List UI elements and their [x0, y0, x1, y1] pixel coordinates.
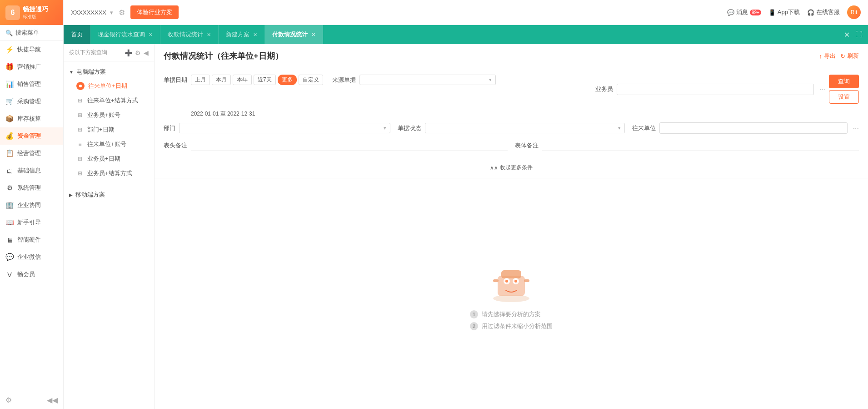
- tab-close-all-icon[interactable]: ✕: [844, 30, 850, 39]
- collapse-sidebar-icon[interactable]: ◀◀: [47, 396, 58, 404]
- wechat-icon: 💬: [5, 253, 14, 261]
- manage-scheme-icon[interactable]: ⚙: [135, 49, 141, 56]
- export-label: 导出: [824, 52, 836, 60]
- date-btn-7days[interactable]: 近7天: [254, 75, 276, 85]
- user-avatar[interactable]: Rit: [847, 5, 861, 19]
- svg-rect-7: [493, 279, 499, 282]
- trial-btn[interactable]: 体验行业方案: [130, 5, 179, 19]
- scheme-item-unit-account[interactable]: ≡ 往来单位+账号: [64, 137, 154, 151]
- hardware-icon: 🖥: [5, 236, 14, 244]
- date-range-display: 2022-01-01 至 2022-12-31: [164, 110, 859, 118]
- dept-select[interactable]: ▾: [179, 123, 390, 133]
- date-btn-last-month[interactable]: 上月: [191, 75, 210, 85]
- mobile-scheme-title[interactable]: ▶ 移动端方案: [64, 188, 154, 202]
- tab-home-label: 首页: [71, 30, 83, 39]
- scheme-item-staff-settle[interactable]: ⊞ 业务员+结算方式: [64, 166, 154, 181]
- date-btn-custom[interactable]: 自定义: [299, 75, 323, 85]
- sidebar-item-purchase[interactable]: 🛒 采购管理: [0, 93, 63, 110]
- topbar-company-info: XXXXXXXXX ▾: [71, 9, 113, 16]
- desktop-scheme-title[interactable]: ▼ 电脑端方案: [64, 65, 154, 79]
- scheme-item-unit-date[interactable]: 往来单位+日期: [64, 79, 154, 93]
- sidebar-item-marketing[interactable]: 🎁 营销推广: [0, 58, 63, 76]
- chevron-down-icon: ▼: [69, 70, 74, 75]
- header-note-label: 表头备注: [164, 141, 187, 150]
- collapse-panel-icon[interactable]: ◀: [144, 49, 149, 56]
- topbar: XXXXXXXXX ▾ ⚙ 体验行业方案 💬 消息 99+ 📱 App下载 🎧 …: [64, 0, 868, 25]
- sidebar-item-member[interactable]: V 畅会员: [0, 266, 63, 283]
- settings-icon[interactable]: ⚙: [5, 396, 12, 404]
- sidebar-item-operation[interactable]: 📋 经营管理: [0, 145, 63, 162]
- date-btn-this-month[interactable]: 本月: [212, 75, 231, 85]
- collapse-btn[interactable]: ∧∧ 收起更多条件: [483, 161, 540, 174]
- operation-icon: 📋: [5, 149, 14, 157]
- app-download-btn[interactable]: 📱 App下载: [768, 8, 800, 16]
- company-chevron-icon[interactable]: ▾: [110, 9, 113, 16]
- sidebar-item-guide[interactable]: 📖 新手引导: [0, 214, 63, 231]
- search-icon: 🔍: [5, 30, 13, 36]
- search-menu[interactable]: 🔍 搜索菜单: [0, 25, 63, 41]
- date-range-text: 2022-01-01 至 2022-12-31: [191, 111, 255, 117]
- tab-new-scheme-close-icon[interactable]: ✕: [253, 32, 257, 38]
- scheme-item-unit-settle[interactable]: ⊞ 往来单位+结算方式: [64, 93, 154, 108]
- sidebar-item-inventory[interactable]: 📦 库存核算: [0, 110, 63, 127]
- sidebar-item-wechat[interactable]: 💬 企业微信: [0, 248, 63, 266]
- active-scheme-dot: [76, 82, 85, 90]
- sidebar-item-hardware[interactable]: 🖥 智能硬件: [0, 231, 63, 248]
- unit-input[interactable]: [659, 122, 848, 134]
- page-header: 付款情况统计（往来单位+日期） ↑ 导出 ↻ 刷新: [155, 44, 868, 68]
- left-panel: 按以下方案查询 ➕ ⚙ ◀ ▼ 电脑端方案 往来单位+日期 ⊞: [64, 44, 155, 409]
- header-note-input[interactable]: [191, 140, 508, 151]
- staff-more-icon[interactable]: ···: [819, 85, 825, 93]
- staff-input[interactable]: [617, 84, 813, 95]
- left-panel-icons: ➕ ⚙ ◀: [125, 49, 149, 56]
- add-scheme-icon[interactable]: ➕: [125, 49, 132, 56]
- sidebar-item-fund[interactable]: 💰 资金管理: [0, 127, 63, 145]
- sidebar-item-label: 经营管理: [17, 149, 41, 157]
- topbar-gear-icon[interactable]: ⚙: [119, 8, 125, 17]
- body-note-input[interactable]: [542, 140, 859, 151]
- doc-status-filter: 单据状态 ▾: [398, 123, 624, 133]
- tab-new-scheme[interactable]: 新建方案 ✕: [219, 25, 265, 44]
- sidebar-item-quick-nav[interactable]: ⚡ 快捷导航: [0, 41, 63, 58]
- doc-status-select[interactable]: ▾: [425, 123, 624, 133]
- tab-bank-flow[interactable]: 现金银行流水查询 ✕: [90, 25, 160, 44]
- scheme-item-dept-date[interactable]: ⊞ 部门+日期: [64, 122, 154, 137]
- tab-payment-stats-close-icon[interactable]: ✕: [311, 32, 315, 38]
- scheme-item-staff-date[interactable]: ⊞ 业务员+日期: [64, 151, 154, 166]
- sidebar-item-label: 新手引导: [17, 218, 41, 227]
- tab-home[interactable]: 首页: [64, 25, 90, 44]
- query-btn[interactable]: 查询: [829, 75, 859, 88]
- sidebar-item-system[interactable]: ⚙ 系统管理: [0, 179, 63, 197]
- sidebar-item-cooperation[interactable]: 🏢 企业协同: [0, 197, 63, 214]
- tab-receipts-close-icon[interactable]: ✕: [207, 32, 211, 38]
- tab-payment-stats-label: 付款情况统计: [272, 30, 308, 39]
- staff-label: 业务员: [595, 85, 613, 93]
- tab-maximize-icon[interactable]: ⛶: [855, 30, 863, 39]
- scheme-item-staff-account[interactable]: ⊞ 业务员+账号: [64, 108, 154, 122]
- refresh-btn[interactable]: ↻ 刷新: [840, 52, 859, 60]
- filter-row-2: 部门 ▾ 单据状态 ▾ 往来单位: [164, 122, 859, 134]
- export-btn[interactable]: ↑ 导出: [819, 52, 836, 60]
- tab-receipts[interactable]: 收款情况统计 ✕: [160, 25, 219, 44]
- messages-btn[interactable]: 💬 消息 99+: [727, 8, 761, 16]
- sidebar-item-basic-info[interactable]: 🗂 基础信息: [0, 162, 63, 179]
- scheme-item-label: 业务员+日期: [87, 155, 120, 163]
- sidebar-footer: ⚙ ◀◀: [0, 391, 63, 409]
- tab-payment-stats[interactable]: 付款情况统计 ✕: [265, 25, 323, 44]
- scheme-item-label: 往来单位+日期: [88, 82, 127, 90]
- right-panel: 付款情况统计（往来单位+日期） ↑ 导出 ↻ 刷新 单: [155, 44, 868, 409]
- tab-bank-flow-close-icon[interactable]: ✕: [149, 32, 153, 38]
- date-btn-more[interactable]: 更多: [278, 75, 297, 85]
- tip-text-1: 请先选择要分析的方案: [482, 310, 541, 318]
- source-select[interactable]: ▾: [359, 75, 496, 85]
- online-service-btn[interactable]: 🎧 在线客服: [807, 8, 840, 16]
- unit-more-icon[interactable]: ···: [853, 124, 859, 132]
- dept-chevron-icon: ▾: [384, 125, 386, 131]
- sidebar-item-sales[interactable]: 📊 销售管理: [0, 76, 63, 93]
- tab-receipts-label: 收款情况统计: [168, 30, 203, 39]
- doc-date-label: 单据日期: [164, 76, 187, 84]
- chevron-right-icon: ▶: [69, 192, 73, 197]
- sidebar-item-label: 企业协同: [17, 201, 41, 209]
- date-btn-this-year[interactable]: 本年: [233, 75, 252, 85]
- set-btn[interactable]: 设置: [829, 90, 859, 104]
